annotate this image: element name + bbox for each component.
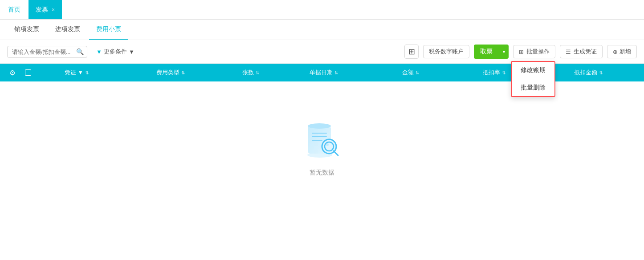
th-amount-sort-icon[interactable]: ⇅ bbox=[416, 70, 419, 75]
modify-period-item[interactable]: 修改账期 bbox=[512, 62, 554, 79]
take-ticket-arrow-icon[interactable]: ▾ bbox=[499, 45, 509, 59]
th-date-label: 单据日期 bbox=[310, 69, 333, 77]
tab-sales-invoice[interactable]: 销项发票 bbox=[7, 20, 46, 40]
th-date-sort-icon[interactable]: ⇅ bbox=[334, 70, 338, 75]
search-icon[interactable]: 🔍 bbox=[76, 48, 84, 55]
search-input[interactable] bbox=[7, 46, 87, 58]
empty-state-text: 暂无数据 bbox=[310, 169, 334, 177]
empty-state-icon bbox=[300, 117, 344, 162]
th-settings[interactable]: ⚙ bbox=[4, 69, 21, 77]
batch-delete-item[interactable]: 批量删除 bbox=[512, 79, 554, 96]
th-amount-label: 金额 bbox=[402, 69, 414, 77]
th-deduct-amount-sort-icon[interactable]: ⇅ bbox=[599, 70, 603, 75]
home-nav-item[interactable]: 首页 bbox=[0, 0, 29, 19]
sub-tabs-bar: 销项发票 进项发票 费用小票 bbox=[0, 20, 644, 40]
gen-voucher-label: 生成凭证 bbox=[574, 48, 597, 56]
close-tab-button[interactable]: × bbox=[52, 7, 55, 13]
select-all-checkbox[interactable] bbox=[25, 69, 31, 76]
top-nav: 首页 发票 × bbox=[0, 0, 644, 20]
search-input-wrap: 🔍 bbox=[7, 46, 87, 58]
toolbar: 🔍 ▼ 更多条件 ▼ ⊞ 税务数字账户 取票 ▾ ⊞ 批量操作 bbox=[0, 40, 644, 64]
filter-label: 更多条件 bbox=[104, 48, 127, 56]
th-count[interactable]: 张数 ⇅ bbox=[223, 69, 278, 77]
add-button[interactable]: ⊕ 新增 bbox=[607, 45, 637, 58]
batch-op-dropdown: ⊞ 批量操作 修改账期 批量删除 bbox=[513, 45, 555, 58]
th-checkbox[interactable] bbox=[21, 69, 35, 76]
filter-button[interactable]: ▼ 更多条件 ▼ bbox=[93, 46, 138, 57]
th-voucher-sort-icon[interactable]: ⇅ bbox=[85, 70, 89, 75]
batch-op-label: 批量操作 bbox=[526, 48, 550, 56]
batch-op-button[interactable]: ⊞ 批量操作 bbox=[513, 45, 555, 58]
take-ticket-button[interactable]: 取票 ▾ bbox=[474, 45, 509, 59]
th-deduct-rate-sort-icon[interactable]: ⇅ bbox=[502, 70, 505, 75]
qr-icon: ⊞ bbox=[408, 47, 415, 57]
filter-icon: ▼ bbox=[96, 49, 102, 55]
th-voucher[interactable]: 凭证 ▼ ⇅ bbox=[35, 69, 118, 77]
add-icon: ⊕ bbox=[613, 49, 618, 55]
toolbar-left: 🔍 ▼ 更多条件 ▼ bbox=[7, 46, 138, 58]
take-ticket-main-label[interactable]: 取票 bbox=[474, 45, 499, 59]
batch-op-menu: 修改账期 批量删除 bbox=[511, 61, 555, 97]
svg-point-3 bbox=[308, 123, 331, 129]
th-count-sort-icon[interactable]: ⇅ bbox=[256, 70, 259, 75]
th-expense-type-sort-icon[interactable]: ⇅ bbox=[181, 70, 185, 75]
add-label: 新增 bbox=[620, 48, 631, 56]
main-content: 销项发票 进项发票 费用小票 🔍 ▼ 更多条件 ▼ ⊞ 税务数 bbox=[0, 20, 644, 260]
th-deduct-rate-label: 抵扣率 bbox=[483, 69, 500, 77]
gen-voucher-button[interactable]: ☰ 生成凭证 bbox=[560, 45, 603, 58]
th-amount[interactable]: 金额 ⇅ bbox=[369, 69, 452, 77]
filter-arrow-icon: ▼ bbox=[129, 49, 135, 55]
tab-expense-ticket[interactable]: 费用小票 bbox=[89, 20, 128, 40]
toolbar-right: ⊞ 税务数字账户 取票 ▾ ⊞ 批量操作 修改账期 批量删除 bbox=[404, 45, 637, 59]
settings-gear-icon[interactable]: ⚙ bbox=[9, 69, 16, 77]
th-expense-type[interactable]: 费用类型 ⇅ bbox=[118, 69, 223, 77]
empty-state: 暂无数据 bbox=[0, 81, 644, 203]
svg-point-10 bbox=[326, 143, 329, 146]
th-date[interactable]: 单据日期 ⇅ bbox=[278, 69, 369, 77]
tax-digital-label: 税务数字账户 bbox=[429, 48, 464, 55]
th-count-label: 张数 bbox=[242, 69, 254, 77]
th-expense-type-label: 费用类型 bbox=[156, 69, 179, 77]
invoice-tab-label: 发票 bbox=[36, 6, 48, 14]
qr-code-button[interactable]: ⊞ bbox=[404, 45, 419, 59]
th-voucher-filter-icon: ▼ bbox=[78, 69, 83, 76]
th-voucher-label: 凭证 bbox=[65, 69, 76, 77]
invoice-tab[interactable]: 发票 × bbox=[29, 0, 62, 19]
tab-purchase-invoice[interactable]: 进项发票 bbox=[48, 20, 87, 40]
svg-line-9 bbox=[334, 151, 338, 155]
batch-op-icon: ⊞ bbox=[519, 49, 524, 55]
gen-voucher-icon: ☰ bbox=[566, 49, 571, 55]
tax-digital-button[interactable]: 税务数字账户 bbox=[423, 45, 469, 58]
th-deduct-amount-label: 抵扣金额 bbox=[574, 69, 597, 77]
